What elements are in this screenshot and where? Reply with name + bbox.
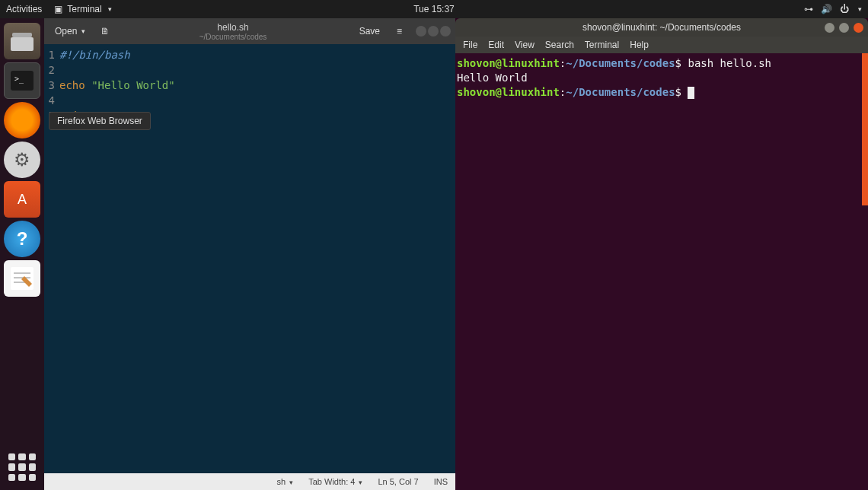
close-button[interactable]: [854, 23, 863, 33]
terminal-scrollbar[interactable]: [862, 53, 868, 205]
new-doc-icon: 🗎: [101, 26, 110, 37]
menu-terminal[interactable]: Terminal: [585, 40, 619, 50]
dock-item-texteditor[interactable]: [4, 260, 40, 297]
language-selector[interactable]: sh ▾: [277, 477, 294, 486]
terminal-cursor: [688, 87, 694, 99]
code-text: echo "Hello World": [59, 78, 175, 93]
open-button-label: Open: [55, 26, 77, 37]
dock-tooltip: Firefox Web Browser: [49, 112, 151, 130]
minimize-button[interactable]: [825, 23, 834, 33]
hamburger-icon: ≡: [397, 26, 402, 37]
filepath-label: ~/Documents/codes: [119, 33, 346, 41]
launcher-dock: >_ ⚙ A ?: [0, 18, 44, 490]
chevron-down-icon: ▾: [108, 5, 112, 13]
menu-help[interactable]: Help: [630, 40, 649, 50]
dock-item-files[interactable]: [4, 23, 40, 59]
filename-label: hello.sh: [119, 22, 346, 33]
line-number: 2: [44, 62, 59, 78]
files-icon: [11, 31, 34, 51]
gedit-statusbar: sh ▾ Tab Width: 4 ▾ Ln 5, Col 7 INS: [44, 473, 455, 490]
gedit-window: Open ▾ 🗎 hello.sh ~/Documents/codes Save…: [44, 18, 455, 490]
cursor-position: Ln 5, Col 7: [378, 477, 418, 486]
power-icon[interactable]: ⏻: [840, 4, 849, 14]
show-applications-button[interactable]: [8, 453, 36, 481]
chevron-down-icon[interactable]: ▾: [858, 5, 862, 13]
dock-item-software[interactable]: A: [4, 181, 40, 218]
minimize-button[interactable]: [416, 26, 426, 37]
tabwidth-selector[interactable]: Tab Width: 4 ▾: [308, 477, 362, 486]
activities-button[interactable]: Activities: [6, 4, 42, 14]
dock-item-firefox[interactable]: [4, 102, 40, 138]
close-button[interactable]: [440, 26, 451, 37]
terminal-line: shovon@linuxhint:~/Documents/codes$ bash…: [457, 56, 866, 71]
terminal-window: shovon@linuxhint: ~/Documents/codes File…: [455, 18, 868, 490]
notepad-icon: [11, 267, 34, 290]
maximize-button[interactable]: [839, 23, 849, 33]
svg-text:>_: >_: [14, 75, 24, 84]
code-text: #!/bin/bash: [59, 47, 130, 62]
dock-item-help[interactable]: ?: [4, 221, 40, 257]
terminal-body[interactable]: shovon@linuxhint:~/Documents/codes$ bash…: [455, 53, 868, 490]
terminal-line: Hello World: [457, 71, 866, 85]
app-menu[interactable]: ▣ Terminal ▾: [54, 4, 111, 14]
clock[interactable]: Tue 15:37: [413, 4, 455, 14]
shopping-bag-icon: A: [18, 192, 27, 208]
open-button[interactable]: Open ▾: [49, 24, 91, 39]
gear-icon: ⚙: [14, 149, 30, 170]
insert-mode[interactable]: INS: [434, 477, 448, 486]
terminal-titlebar[interactable]: shovon@linuxhint: ~/Documents/codes: [455, 18, 868, 37]
svg-rect-1: [11, 37, 34, 51]
gedit-window-controls: [416, 26, 451, 37]
dock-item-settings[interactable]: ⚙: [4, 142, 40, 178]
menu-file[interactable]: File: [463, 40, 477, 50]
system-tray: ⊶ 🔊 ⏻ ▾: [804, 4, 862, 14]
line-number: 1: [44, 47, 59, 62]
terminal-icon: >_: [11, 71, 34, 91]
code-editor-area[interactable]: 1#!/bin/bash 2 3echo "Hello World" 4 5ex…: [44, 44, 455, 473]
volume-icon[interactable]: 🔊: [821, 4, 832, 14]
terminal-icon: ▣: [54, 4, 62, 14]
menu-search[interactable]: Search: [545, 40, 574, 50]
app-menu-label: Terminal: [67, 4, 101, 14]
new-document-button[interactable]: 🗎: [96, 24, 114, 39]
help-icon: ?: [17, 228, 28, 250]
top-panel: Activities ▣ Terminal ▾ Tue 15:37 ⊶ 🔊 ⏻ …: [0, 0, 868, 18]
maximize-button[interactable]: [428, 26, 439, 37]
chevron-down-icon: ▾: [81, 27, 85, 35]
terminal-menubar: File Edit View Search Terminal Help: [455, 37, 868, 53]
gedit-headerbar: Open ▾ 🗎 hello.sh ~/Documents/codes Save…: [44, 18, 455, 44]
svg-rect-0: [12, 33, 32, 37]
terminal-line: shovon@linuxhint:~/Documents/codes$: [457, 85, 866, 100]
line-number: 3: [44, 78, 59, 93]
dock-item-terminal[interactable]: >_: [4, 62, 40, 99]
line-number: 4: [44, 93, 59, 108]
network-icon[interactable]: ⊶: [804, 4, 813, 14]
menu-view[interactable]: View: [515, 40, 535, 50]
terminal-title: shovon@linuxhint: ~/Documents/codes: [582, 22, 741, 33]
menu-edit[interactable]: Edit: [488, 40, 504, 50]
terminal-window-controls: [825, 23, 863, 33]
gedit-title: hello.sh ~/Documents/codes: [119, 22, 346, 41]
save-button[interactable]: Save: [352, 24, 388, 39]
hamburger-menu-button[interactable]: ≡: [392, 24, 407, 39]
